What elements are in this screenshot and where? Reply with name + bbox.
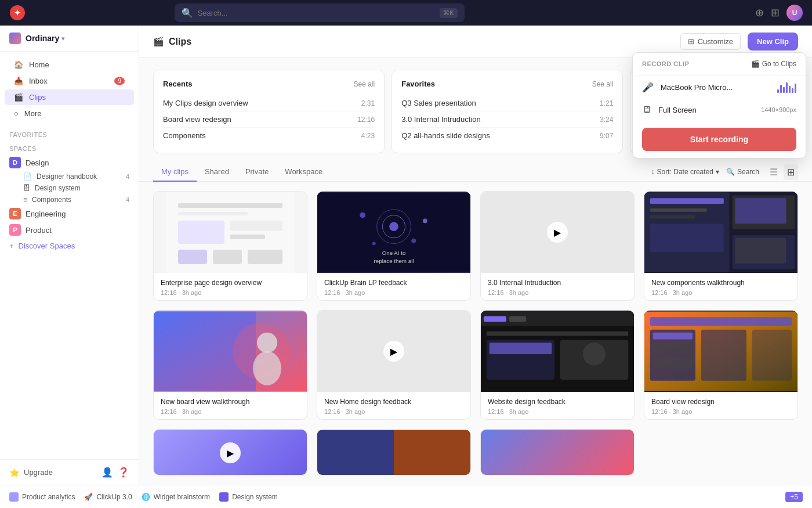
clip-thumb-4 — [154, 311, 307, 392]
play-button-2[interactable]: ▶ — [547, 222, 568, 243]
play-button-8[interactable]: ▶ — [220, 442, 241, 463]
sidebar-item-inbox[interactable]: 📥 Inbox 9 — [5, 73, 134, 89]
sidebar-discover-spaces[interactable]: + Discover Spaces — [0, 238, 139, 254]
keyboard-shortcut: ⌘K — [440, 8, 457, 18]
clip-card-3[interactable]: New components walkthrough 12:16 · 3h ag… — [644, 191, 798, 301]
svg-rect-9 — [213, 250, 242, 264]
clip-info-7: Board view redesign 12:16 · 3h ago — [644, 392, 798, 420]
svg-text:replace them all: replace them all — [374, 258, 414, 264]
grid-view-button[interactable]: ⊞ — [784, 164, 798, 180]
svg-point-18 — [423, 219, 427, 224]
design-system-dot — [219, 492, 229, 502]
sidebar-item-clips[interactable]: 🎬 Clips ··· — [5, 89, 134, 105]
mic-option[interactable]: 🎤 MacBook Pro Micro... — [633, 75, 806, 99]
header-actions: ⊞ Customize New Clip — [680, 33, 798, 51]
svg-rect-3 — [178, 203, 282, 208]
favorite-item-2[interactable]: Q2 all-hands slide designs 9:07 — [401, 128, 613, 143]
screen-option[interactable]: 🖥 Full Screen 1440×900px — [633, 99, 806, 121]
tab-shared[interactable]: Shared — [197, 163, 237, 182]
clip-card-1[interactable]: One AI to replace them all ClickUp Brain… — [317, 191, 471, 301]
sidebar-child-design-system[interactable]: 🗄 Design system — [0, 182, 139, 194]
clip-title-7: Board view redesign — [651, 398, 791, 406]
start-recording-button[interactable]: Start recording — [642, 128, 796, 151]
mic-icon: 🎤 — [642, 82, 654, 93]
svg-rect-50 — [752, 330, 792, 381]
go-to-clips-button[interactable]: 🎬 Go to Clips — [751, 60, 796, 68]
product-space-avatar: P — [9, 224, 21, 236]
recent-item-2[interactable]: Components 4:23 — [163, 128, 375, 143]
search-input[interactable] — [198, 9, 436, 17]
grid-icon[interactable]: ⊞ — [771, 6, 780, 19]
favorite-item-1[interactable]: 3.0 Internal Intruduction 3:24 — [401, 111, 613, 128]
svg-rect-8 — [178, 250, 207, 264]
sidebar-space-engineering[interactable]: E Engineering — [0, 206, 139, 222]
design-space-avatar: D — [9, 157, 21, 168]
clip-card-10[interactable] — [480, 429, 635, 475]
svg-point-17 — [360, 212, 365, 218]
bottom-item-design-system[interactable]: Design system — [219, 492, 278, 502]
clip-card-4[interactable]: New board view walkthrough 12:16 · 3h ag… — [153, 310, 307, 420]
search-button[interactable]: 🔍 Search — [726, 168, 759, 176]
clip-title-2: 3.0 Internal Intruduction — [488, 279, 627, 287]
inbox-icon: 📥 — [14, 77, 23, 85]
recent-item-1[interactable]: Board view redesign 12:16 — [163, 111, 375, 128]
svg-rect-10 — [248, 250, 282, 264]
help-icon[interactable]: ❓ — [118, 467, 129, 478]
record-clip-dropdown: RECORD CLIP 🎬 Go to Clips 🎤 MacBook Pro … — [632, 52, 806, 158]
clip-meta-3: 12:16 · 3h ago — [651, 289, 791, 296]
sidebar-item-home[interactable]: 🏠 Home — [5, 57, 134, 73]
clip-title-4: New board view walkthrough — [161, 398, 300, 406]
bottom-more-button[interactable]: +5 — [785, 492, 803, 502]
home-icon: 🏠 — [14, 60, 23, 69]
user-icon[interactable]: 👤 — [102, 467, 113, 478]
clip-thumb-6 — [481, 311, 634, 392]
tab-my-clips[interactable]: My clips — [153, 163, 197, 182]
clip-info-0: Enterprise page design overview 12:16 · … — [154, 273, 307, 301]
bottom-bar: Product analytics 🚀 ClickUp 3.0 🌐 Widget… — [0, 485, 812, 508]
clip-card-7[interactable]: Board view redesign 12:16 · 3h ago — [644, 310, 798, 420]
recents-see-all[interactable]: See all — [353, 80, 375, 88]
favorites-see-all[interactable]: See all — [592, 80, 614, 88]
clip-card-2[interactable]: ▶ 3.0 Internal Intruduction 12:16 · 3h a… — [480, 191, 635, 301]
add-icon[interactable]: ⊕ — [755, 6, 764, 19]
svg-rect-51 — [653, 333, 693, 340]
list-view-button[interactable]: ☰ — [766, 164, 781, 180]
upgrade-icon: ⭐ — [9, 468, 19, 477]
engineering-space-avatar: E — [9, 208, 21, 219]
new-clip-button[interactable]: New Clip — [748, 33, 798, 51]
bottom-item-clickup[interactable]: 🚀 ClickUp 3.0 — [84, 493, 132, 501]
tab-workspace[interactable]: Workspace — [277, 163, 331, 182]
sidebar-item-more[interactable]: ○ More — [5, 106, 134, 121]
clip-card-0[interactable]: Enterprise page design overview 12:16 · … — [153, 191, 307, 301]
play-button-5[interactable]: ▶ — [383, 341, 404, 362]
clip-card-6[interactable]: Website design feedback 12:16 · 3h ago — [480, 310, 635, 420]
sidebar-space-design[interactable]: D Design — [0, 154, 139, 171]
clip-card-5[interactable]: ▶ New Home design feedback 12:16 · 3h ag… — [317, 310, 471, 420]
recent-item-0[interactable]: My Clips design overview 2:31 — [163, 95, 375, 111]
sidebar-space-product[interactable]: P Product — [0, 222, 139, 238]
widget-icon: 🌐 — [142, 493, 150, 501]
svg-rect-55 — [317, 430, 394, 475]
topbar-search-bar[interactable]: 🔍 ⌘K — [175, 3, 465, 22]
svg-rect-38 — [484, 316, 506, 322]
favorite-item-0[interactable]: Q3 Sales presentation 1:21 — [401, 95, 613, 111]
customize-button[interactable]: ⊞ Customize — [680, 33, 741, 50]
clip-card-9[interactable] — [317, 429, 471, 475]
bottom-item-widget[interactable]: 🌐 Widget brainstorm — [142, 493, 210, 501]
inbox-badge: 9 — [114, 77, 125, 85]
sort-button[interactable]: ↕ Sort: Date created ▾ — [651, 168, 719, 176]
tab-private[interactable]: Private — [237, 163, 277, 182]
svg-rect-40 — [487, 332, 628, 336]
record-clip-label: RECORD CLIP — [642, 60, 689, 67]
clip-card-8[interactable]: ▶ — [153, 429, 307, 475]
sidebar-child-designer-handbook[interactable]: 📄 Designer handbook 4 — [0, 171, 139, 182]
app-logo[interactable]: ✦ — [9, 5, 26, 21]
workspace-name[interactable]: Ordinary ▾ — [26, 34, 64, 43]
sidebar-child-components[interactable]: ≡ Components 4 — [0, 194, 139, 206]
topbar-actions: ⊕ ⊞ U — [755, 5, 803, 21]
avatar[interactable]: U — [786, 5, 803, 21]
clips-page-icon: 🎬 — [153, 37, 164, 47]
bottom-item-product-analytics[interactable]: Product analytics — [9, 492, 75, 502]
clip-title-3: New components walkthrough — [651, 279, 791, 287]
favorites-header: Favorites See all — [401, 80, 613, 88]
